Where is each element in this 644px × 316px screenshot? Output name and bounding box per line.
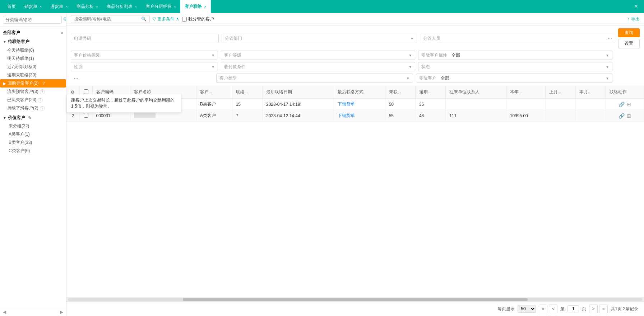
dept-filter[interactable]: 分管部门 ▼: [222, 34, 417, 43]
customer-tier-filter[interactable]: 客户等级 ▼: [221, 51, 415, 60]
my-customer-checkbox-label[interactable]: 我分管的客户: [182, 16, 214, 22]
sidebar-item-churned[interactable]: 已流失客户(24) ?: [0, 96, 66, 104]
col-customer-type-label: 客户...: [200, 89, 212, 94]
sidebar-collapse-icon[interactable]: «: [61, 30, 63, 36]
row2-last-contact-method-val[interactable]: 下销货单: [338, 113, 355, 118]
col-uncontacted-label: 未联...: [389, 89, 401, 94]
payment-filter[interactable]: 收付款条件 ▼: [221, 62, 415, 71]
sidebar-item-repurchase-anomaly[interactable]: ▶ 回购异常客户(2) ?: [0, 79, 66, 88]
scrollbar-thumb[interactable]: [183, 298, 528, 301]
manager-ellipsis-icon[interactable]: ···: [608, 36, 612, 41]
ungroup-label: 未分组(32): [9, 123, 29, 128]
row1-customer-type-val: B类客户: [200, 102, 216, 107]
nav-purchase-close[interactable]: ×: [65, 4, 68, 9]
sidebar-right-arrow[interactable]: ▶: [60, 310, 63, 315]
nav-product-analysis-list[interactable]: 商品分析列表 ×: [102, 0, 141, 13]
declining-help-icon[interactable]: ?: [40, 106, 45, 111]
sidebar-item-overdue[interactable]: 逾期未联络(30): [0, 71, 66, 79]
sidebar-search-input[interactable]: [3, 16, 62, 24]
query-button[interactable]: 查询: [618, 28, 640, 37]
sidebar-item-7days[interactable]: 近7天待联络(0): [0, 63, 66, 71]
per-page-select[interactable]: 50 100 200: [518, 305, 536, 313]
horizontal-scrollbar[interactable]: [66, 297, 644, 301]
window-close-button[interactable]: ×: [631, 1, 641, 11]
row4-ellipsis[interactable]: ···: [71, 75, 81, 81]
customer-type-filter[interactable]: 客户类型 ▼: [216, 74, 413, 83]
status-arrow[interactable]: ▼: [606, 65, 609, 69]
sidebar-item-class-c[interactable]: C类客户(6): [0, 147, 66, 155]
customer-type-arrow[interactable]: ▼: [406, 76, 410, 80]
last-page-button[interactable]: »: [599, 305, 608, 313]
scatter-attr-arrow[interactable]: ▼: [606, 53, 609, 57]
export-label: 导出: [631, 16, 640, 22]
row1-more-icon[interactable]: ⊞: [627, 102, 631, 107]
col-last-month: 上月...: [545, 86, 575, 98]
search-input[interactable]: [74, 16, 141, 22]
nav-customer-contact-close[interactable]: ×: [204, 4, 206, 9]
my-customer-checkbox[interactable]: [182, 17, 187, 22]
sidebar-item-class-a[interactable]: A类客户(1): [0, 130, 66, 138]
status-filter[interactable]: 状态 ▼: [418, 62, 612, 71]
row2-index-val: 2: [71, 113, 74, 118]
row2-more-icon[interactable]: ⊞: [627, 113, 631, 119]
export-button[interactable]: ↑ 导出: [627, 16, 640, 22]
price-tier-filter[interactable]: 客户价格等级 ▼: [71, 51, 218, 60]
sidebar-search-icon[interactable]: 🔍: [63, 17, 66, 22]
nav-home[interactable]: 首页: [3, 0, 20, 13]
nature-arrow[interactable]: ▼: [211, 65, 215, 69]
section-value-customer[interactable]: ▼ 价值客户 ✎: [0, 114, 66, 122]
nav-customer-tier[interactable]: 客户分层经营 ×: [142, 0, 180, 13]
nav-sales-close[interactable]: ×: [40, 4, 42, 9]
repurchase-help-icon[interactable]: ?: [41, 81, 47, 86]
sidebar-item-declining[interactable]: 持续下滑客户(2) ?: [0, 104, 66, 112]
row1-contact-icon[interactable]: 🔗: [618, 102, 625, 107]
select-all-checkbox[interactable]: [84, 89, 88, 94]
sidebar-item-ungroup[interactable]: 未分组(32): [0, 122, 66, 130]
page-number-input[interactable]: [567, 305, 579, 312]
sidebar-item-today[interactable]: 今天待联络(0): [0, 46, 66, 55]
churned-help-icon[interactable]: ?: [38, 98, 43, 103]
more-conditions-label: 更多条件: [157, 16, 175, 22]
nature-filter[interactable]: 性质 ▼: [71, 62, 218, 71]
churned-label: 已流失客户(24): [7, 97, 36, 103]
nav-purchase[interactable]: 进货单 ×: [46, 0, 72, 13]
price-tier-arrow[interactable]: ▼: [211, 53, 215, 57]
value-customer-edit-icon[interactable]: ✎: [28, 115, 32, 121]
scrollbar-track[interactable]: [68, 298, 643, 301]
scatter-customer-filter[interactable]: 零散客户 全部 ▼: [416, 74, 612, 83]
prev-page-button[interactable]: <: [549, 305, 557, 313]
row2-contact-icon[interactable]: 🔗: [618, 113, 625, 119]
col-last-contact-method: 最后联络方式: [334, 86, 385, 98]
search-icon[interactable]: 🔍: [141, 16, 147, 22]
top-nav: 首页 销货单 × 进货单 × 商品分析 × 商品分析列表 × 客户分层经营 × …: [0, 0, 644, 13]
nav-product-analysis-list-close[interactable]: ×: [135, 4, 137, 9]
scatter-attr-filter[interactable]: 零散客户属性 全部 ▼: [418, 51, 612, 60]
settings-button[interactable]: 设置: [618, 39, 640, 48]
scatter-customer-arrow[interactable]: ▼: [606, 76, 609, 80]
col-customer-type: 客户...: [196, 86, 232, 98]
row2-select-checkbox[interactable]: [84, 113, 88, 118]
section-pending-contact[interactable]: ▼ 待联络客户: [0, 37, 66, 46]
col-current-month-label: 本月...: [579, 89, 592, 94]
churn-warning-help-icon[interactable]: ?: [40, 89, 45, 94]
repurchase-anomaly-arrow: ▶: [3, 81, 6, 86]
sidebar-item-tomorrow[interactable]: 明天待联络(1): [0, 55, 66, 63]
row1-last-contact-method-val[interactable]: 下销货单: [338, 102, 355, 107]
sidebar-item-class-b[interactable]: B类客户(33): [0, 138, 66, 147]
first-page-button[interactable]: «: [539, 305, 547, 313]
sidebar-item-churn-warning[interactable]: 流失预警客户(3) ?: [0, 88, 66, 96]
nav-customer-contact[interactable]: 客户联络 ×: [180, 0, 210, 13]
dept-dropdown-arrow[interactable]: ▼: [410, 37, 414, 41]
nav-customer-tier-close[interactable]: ×: [174, 4, 176, 9]
row2-contact-person: 111: [446, 110, 506, 122]
row2-customer-code-val: 000031: [96, 113, 111, 118]
next-page-button[interactable]: >: [589, 305, 598, 313]
sidebar-bottom: ◀ ▶: [0, 308, 66, 316]
sidebar-left-arrow[interactable]: ◀: [3, 310, 6, 315]
nav-product-analysis-close[interactable]: ×: [96, 4, 98, 9]
payment-arrow[interactable]: ▼: [408, 65, 412, 69]
more-conditions-button[interactable]: ▽ 更多条件 ∧: [153, 16, 179, 22]
nav-sales[interactable]: 销货单 ×: [20, 0, 46, 13]
customer-tier-arrow[interactable]: ▼: [408, 53, 412, 57]
nav-product-analysis[interactable]: 商品分析 ×: [72, 0, 102, 13]
